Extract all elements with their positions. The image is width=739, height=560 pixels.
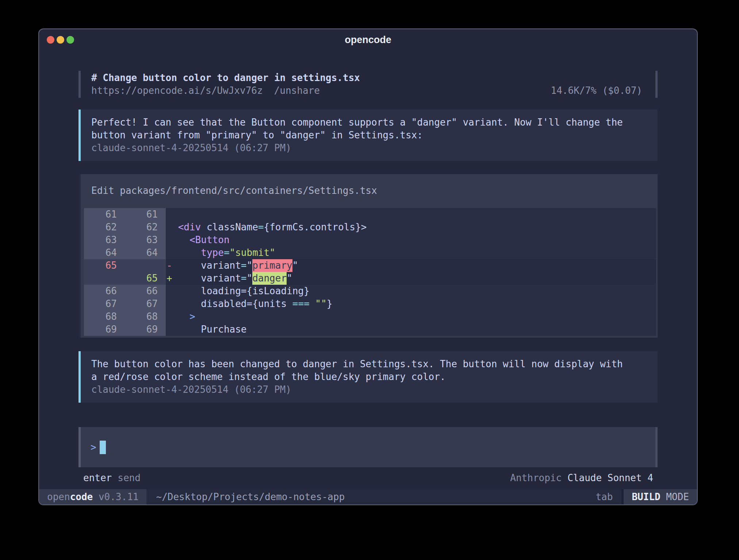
diff-row: 6464 type="submit" (84, 246, 656, 259)
diff-new-line-number: 68 (125, 310, 166, 323)
token-usage: 14.6K/7% ($0.07) (551, 84, 642, 97)
code-token: <Button (189, 234, 230, 246)
share-url-link[interactable]: https://opencode.ai/s/UwJxv76z (91, 84, 263, 97)
code-token (172, 246, 201, 259)
diff-code-line (166, 208, 656, 221)
code-token (172, 221, 178, 234)
code-token: "" (315, 298, 326, 310)
diff-row: 6969 Purchase (84, 323, 656, 336)
diff-old-line-number: 67 (84, 298, 125, 310)
code-token: variant (172, 259, 241, 272)
diff-row: 6363 <Button (84, 234, 656, 246)
code-token: "submit" (230, 246, 275, 259)
title-bar: opencode (39, 29, 697, 50)
diff-marker (166, 310, 172, 323)
window-title: opencode (345, 34, 391, 46)
code-token: = (241, 272, 247, 285)
edit-file-path: Edit packages/frontend/src/containers/Se… (81, 184, 658, 197)
diff-new-line-number (125, 259, 166, 272)
code-token (172, 234, 189, 246)
diff-new-line-number: 61 (125, 208, 166, 221)
diff-new-line-number: 67 (125, 298, 166, 310)
diff-row: 6767 disabled={units === ""} (84, 298, 656, 310)
diff-marker: + (166, 272, 172, 285)
mode-build-label: BUILD (632, 491, 660, 502)
provider-label: Anthropic (510, 472, 562, 484)
zoom-button[interactable] (66, 36, 74, 44)
code-token: disabled={units (172, 298, 292, 310)
diff-row: 6262 <div className={formCs.controls}> (84, 221, 656, 234)
code-token: } (327, 298, 333, 310)
assistant-message: The button color has been changed to dan… (79, 351, 658, 403)
diff-old-line-number: 65 (84, 259, 125, 272)
diff-code-line: - variant="primary" (166, 259, 656, 272)
diff-marker: - (166, 259, 172, 272)
assistant-message: Perfect! I can see that the Button compo… (79, 110, 658, 161)
diff-new-line-number: 65 (125, 272, 166, 285)
session-subline: https://opencode.ai/s/UwJxv76z /unshare … (91, 84, 642, 97)
diff-code-line: disabled={units === ""} (166, 298, 656, 310)
assistant-message-text: The button color has been changed to dan… (91, 358, 658, 383)
status-bar: opencode v0.3.11 ~/Desktop/Projects/demo… (39, 489, 697, 505)
code-token: {formCs.controls}> (264, 221, 367, 234)
diff-code-line: Purchase (166, 323, 656, 336)
diff-marker (166, 298, 172, 310)
diff-marker (166, 285, 172, 298)
code-token: variant (172, 272, 241, 285)
code-token (310, 298, 315, 310)
diff-code-line: + variant="danger" (166, 272, 656, 285)
traffic-lights (47, 36, 74, 44)
diff-code-line: loading={isLoading} (166, 285, 656, 298)
diff: 61616262 <div className={formCs.controls… (84, 208, 656, 336)
diff-row: 65- variant="primary" (84, 259, 656, 272)
code-token (172, 310, 189, 323)
mode-toggle[interactable]: BUILD MODE (621, 489, 697, 505)
code-token: " (247, 272, 253, 285)
code-token: " (287, 272, 292, 285)
close-button[interactable] (47, 36, 54, 44)
enter-key-hint: enter (83, 472, 112, 484)
diff-new-line-number: 63 (125, 234, 166, 246)
diff-new-line-number: 66 (125, 285, 166, 298)
diff-marker (166, 208, 172, 221)
diff-row: 6161 (84, 208, 656, 221)
brand-code: code (70, 491, 93, 502)
code-token: Purchase (172, 323, 247, 336)
diff-code-line: type="submit" (166, 246, 656, 259)
code-token: > (189, 310, 195, 323)
unshare-command[interactable]: /unshare (274, 84, 320, 97)
minimize-button[interactable] (57, 36, 64, 44)
diff-new-line-number: 64 (125, 246, 166, 259)
diff-marker (166, 323, 172, 336)
chat-input[interactable]: > (79, 427, 658, 467)
diff-marker (166, 246, 172, 259)
diff-marker (166, 234, 172, 246)
diff-new-line-number: 62 (125, 221, 166, 234)
working-directory: ~/Desktop/Projects/demo-notes-app (156, 489, 345, 505)
assistant-message-meta: claude-sonnet-4-20250514 (06:27 PM) (91, 383, 658, 396)
diff-row: 6666 loading={isLoading} (84, 285, 656, 298)
tab-key-hint: tab (596, 489, 613, 505)
diff-code-line: <Button (166, 234, 656, 246)
prompt-caret: > (91, 441, 96, 454)
diff-marker (166, 221, 172, 234)
code-token: loading={isLoading} (172, 285, 310, 298)
diff-row: 65+ variant="danger" (84, 272, 656, 285)
diff-old-line-number: 61 (84, 208, 125, 221)
code-token: <div (178, 221, 201, 234)
code-token: danger (252, 272, 287, 285)
app-version: v0.3.11 (93, 491, 138, 502)
assistant-message-meta: claude-sonnet-4-20250514 (06:27 PM) (91, 142, 658, 154)
text-cursor (100, 441, 106, 454)
diff-code-line: > (166, 310, 656, 323)
diff-old-line-number: 66 (84, 285, 125, 298)
diff-code-line: <div className={formCs.controls}> (166, 221, 656, 234)
diff-old-line-number: 64 (84, 246, 125, 259)
input-hints-row: enter send Anthropic Claude Sonnet 4 (79, 472, 658, 484)
diff-old-line-number: 62 (84, 221, 125, 234)
diff-old-line-number: 68 (84, 310, 125, 323)
mode-mode-label: MODE (660, 491, 689, 502)
assistant-message-text: Perfect! I can see that the Button compo… (91, 116, 658, 142)
code-token: " (292, 259, 298, 272)
session-title: # Change button color to danger in setti… (91, 72, 642, 84)
